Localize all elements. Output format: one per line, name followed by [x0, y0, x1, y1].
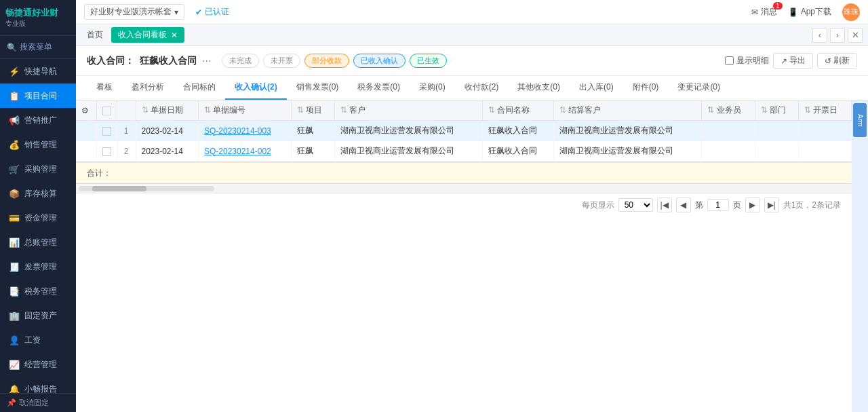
show-detail-label[interactable]: 显示明细: [725, 55, 769, 67]
cell-settle-customer: 湖南卫视商业运营发展有限公司: [553, 141, 701, 162]
cell-check[interactable]: [96, 141, 117, 162]
code-link[interactable]: SQ-20230214-003: [204, 126, 271, 136]
header-checkbox[interactable]: [102, 107, 111, 115]
home-tab[interactable]: 首页: [81, 29, 108, 41]
horizontal-scrollbar[interactable]: [76, 183, 852, 193]
sidebar-logo: 畅捷通好业财 专业版: [0, 0, 76, 36]
th-settle-customer[interactable]: ⇅ 结算客户: [553, 100, 701, 121]
sidebar-item-general[interactable]: 📊 总账管理: [0, 230, 76, 255]
th-customer[interactable]: ⇅ 客户: [334, 100, 482, 121]
capital-icon: 💳: [8, 212, 20, 224]
sidebar-item-project[interactable]: 📋 项目合同: [0, 83, 76, 108]
quicknav-label: 快捷导航: [24, 66, 57, 77]
th-settings[interactable]: ⚙: [76, 100, 96, 121]
status-partial[interactable]: 部分收款: [304, 54, 349, 68]
topbar-right: ✉ 消息 1 📱 App下载 珠珠: [751, 3, 860, 21]
cell-project: 狂飙: [291, 141, 334, 162]
tax-icon: 📑: [8, 285, 20, 297]
message-btn[interactable]: ✉ 消息 1: [751, 6, 777, 18]
income-contract-tab[interactable]: 收入合同看板 ✕: [111, 27, 184, 43]
tab-close-icon[interactable]: ✕: [171, 31, 178, 40]
tab-changes[interactable]: 变更记录(0): [668, 76, 730, 100]
per-page-select[interactable]: 50 100 200: [618, 198, 653, 212]
sidebar-item-assets[interactable]: 🏢 固定资产: [0, 303, 76, 328]
export-btn[interactable]: ↗ 导出: [773, 53, 813, 69]
sort-icon: ⇅: [297, 105, 304, 115]
page-total: 共1页，2条记录: [783, 200, 841, 211]
tab-board[interactable]: 看板: [87, 76, 122, 100]
more-btn[interactable]: ···: [202, 55, 211, 67]
sidebar-item-report[interactable]: 🔔 小畅报告: [0, 377, 76, 393]
sidebar-item-marketing[interactable]: 📢 营销推广: [0, 108, 76, 132]
app-download-btn[interactable]: 📱 App下载: [788, 6, 831, 18]
purchase-icon: 🛒: [8, 163, 20, 175]
sidebar-item-hr[interactable]: 👤 工资: [0, 328, 76, 352]
company-selector[interactable]: 好业财专业版演示帐套 ▾: [84, 4, 184, 20]
search-menu[interactable]: 🔍 搜索菜单: [0, 36, 76, 59]
status-incomplete[interactable]: 未完成: [222, 54, 259, 68]
th-open-date[interactable]: ⇅ 开票日: [798, 100, 851, 121]
status-uninvoiced[interactable]: 未开票: [263, 54, 300, 68]
tab-income-confirm[interactable]: 收入确认(2): [225, 76, 287, 100]
assets-icon: 🏢: [8, 310, 20, 322]
th-date[interactable]: ⇅ 单据日期: [136, 100, 198, 121]
sidebar-pin-toggle[interactable]: 📌 取消固定: [0, 393, 76, 412]
status-effective[interactable]: 已生效: [410, 54, 447, 68]
code-link[interactable]: SQ-20230214-002: [204, 147, 271, 156]
sidebar-nav-list: 📋 项目合同 📢 营销推广 💰 销售管理 🛒 采购管理 📦 库存核算 💳 资金管…: [0, 83, 76, 393]
tab-profit[interactable]: 盈利分析: [122, 76, 174, 100]
tab-close-btn[interactable]: ✕: [848, 28, 863, 43]
last-page-btn[interactable]: ▶|: [764, 198, 779, 212]
sidebar-item-quicknav[interactable]: ⚡ 快捷导航: [0, 59, 76, 83]
next-page-btn[interactable]: ▶: [745, 198, 760, 212]
cell-code[interactable]: SQ-20230214-002: [198, 141, 291, 162]
cert-badge: ✔ 已认证: [195, 6, 229, 18]
sidebar-item-capital[interactable]: 💳 资金管理: [0, 206, 76, 230]
sidebar-item-tax[interactable]: 📑 税务管理: [0, 279, 76, 303]
cert-label: 已认证: [205, 6, 229, 18]
tab-tax-invoice[interactable]: 税务发票(0): [348, 76, 410, 100]
tab-sales-invoice[interactable]: 销售发票(0): [287, 76, 349, 100]
tab-payment[interactable]: 收付款(2): [455, 76, 509, 100]
tab-other-income[interactable]: 其他收支(0): [508, 76, 570, 100]
scrollbar-thumb[interactable]: [92, 186, 146, 191]
page-input[interactable]: [707, 199, 729, 211]
sidebar-item-manage[interactable]: 📈 经营管理: [0, 352, 76, 377]
sidebar-item-inventory[interactable]: 📦 库存核算: [0, 181, 76, 206]
th-dept[interactable]: ⇅ 部门: [755, 100, 798, 121]
th-salesperson[interactable]: ⇅ 业务员: [702, 100, 755, 121]
sidebar-item-purchase[interactable]: 🛒 采购管理: [0, 157, 76, 181]
export-icon: ↗: [781, 56, 787, 66]
user-avatar[interactable]: 珠珠: [842, 3, 860, 21]
table-row[interactable]: 1 2023-02-14 SQ-20230214-003 狂飙 湖南卫视商业运营…: [76, 121, 852, 141]
cell-check[interactable]: [96, 121, 117, 141]
cell-open-date: [798, 141, 851, 162]
tab-next-btn[interactable]: ›: [830, 28, 845, 43]
first-page-btn[interactable]: |◀: [657, 198, 672, 212]
tab-purchase[interactable]: 采购(0): [410, 76, 455, 100]
prev-page-btn[interactable]: ◀: [676, 198, 691, 212]
th-code[interactable]: ⇅ 单据编号: [198, 100, 291, 121]
contract-header: 收入合同： 狂飙收入合同 ··· 未完成 未开票 部分收款 已收入确认 已生效 …: [76, 46, 868, 76]
refresh-btn[interactable]: ↺ 刷新: [817, 53, 857, 69]
sort-icon: ⇅: [142, 105, 149, 115]
table-wrapper: ⚙ ⇅ 单据日期 ⇅ 单据编号: [76, 100, 868, 412]
table-row[interactable]: 2 2023-02-14 SQ-20230214-002 狂飙 湖南卫视商业运营…: [76, 141, 852, 162]
th-project[interactable]: ⇅ 项目: [291, 100, 334, 121]
cell-code[interactable]: SQ-20230214-003: [198, 121, 291, 141]
row-checkbox[interactable]: [102, 147, 111, 156]
sidebar-item-sales[interactable]: 💰 销售管理: [0, 132, 76, 157]
th-check[interactable]: [96, 100, 117, 121]
tab-attachment[interactable]: 附件(0): [623, 76, 669, 100]
tab-prev-btn[interactable]: ‹: [812, 28, 827, 43]
sidebar-item-invoice[interactable]: 🧾 发票管理: [0, 255, 76, 279]
cell-contract: 狂飙收入合同: [482, 141, 553, 162]
tab-standards[interactable]: 合同标的: [174, 76, 225, 100]
arm-btn[interactable]: Arm: [853, 103, 867, 137]
row-checkbox[interactable]: [102, 127, 111, 136]
show-detail-checkbox[interactable]: [725, 56, 734, 65]
tab-outbound[interactable]: 出入库(0): [570, 76, 623, 100]
th-contract[interactable]: ⇅ 合同名称: [482, 100, 553, 121]
cell-dept: [755, 121, 798, 141]
status-confirmed[interactable]: 已收入确认: [353, 54, 406, 68]
